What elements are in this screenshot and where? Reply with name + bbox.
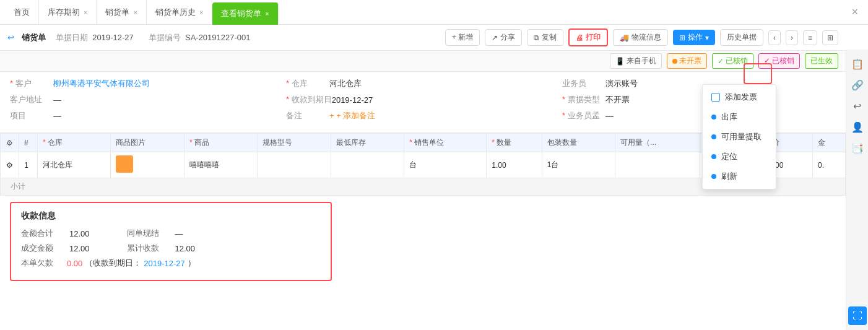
refresh-icon [711,174,716,179]
outbound-label: 出库 [721,111,737,123]
operate-label: 操作 [688,32,703,43]
tab-home[interactable]: 首页 [5,0,39,25]
tab-sales-history[interactable]: 销货单历史 × [147,0,212,25]
add-invoice-icon [711,93,720,102]
dropdown-item-locate[interactable]: 定位 [703,147,776,167]
row-product-img [111,152,184,178]
share-button[interactable]: ↗ 分享 [485,29,522,46]
global-close-button[interactable]: × [846,6,863,19]
biz-person-field: 业务员 演示账号 [562,78,838,89]
cumulative-item: 累计收款 12.00 [127,243,196,254]
row-min-stock [331,152,404,178]
tab-view-sales-label: 查看销货单 [221,8,261,19]
operate-button[interactable]: ⊞ 操作 ▾ [673,30,715,45]
row-unit: 台 [404,152,487,178]
tab-inventory-close[interactable]: × [84,9,87,16]
remark-add-button[interactable]: + + 添加备注 [329,110,375,121]
customer-field: 客户 柳州粤港平安气体有限公司 [10,78,286,89]
sidebar-icon-doc[interactable]: 📑 [848,139,867,157]
col-product: 商品 [184,134,257,152]
print-icon: 🖨 [576,33,583,42]
col-available: 可用量（... [615,134,700,152]
transaction-value: 12.00 [69,244,90,253]
new-button[interactable]: + 新增 [445,29,480,46]
available-qty-icon [711,134,716,139]
verified-label: 已核销 [726,56,748,66]
share-icon: ↗ [492,33,498,42]
sidebar-icon-link[interactable]: 🔗 [848,76,867,94]
tab-sales-close[interactable]: × [133,9,137,16]
print-label: 打印 [586,32,601,43]
tab-inventory[interactable]: 库存期初 × [39,0,97,25]
tab-sales-label: 销货单 [105,7,129,18]
due-date-value: 2019-12-27 [332,95,373,105]
dropdown-item-outbound[interactable]: 出库 [703,107,776,127]
owed-value: 0.00 [67,259,82,268]
logistics-button[interactable]: 🚚 物流信息 [613,29,668,46]
tab-view-sales[interactable]: 查看销货单 × [212,2,278,25]
tab-sales[interactable]: 销货单 × [97,0,146,25]
ticket-type-label: 票据类型 [562,94,605,105]
biz-person-value: 演示账号 [605,78,638,89]
customer-label: 客户 [10,78,53,89]
copy-button[interactable]: ⧉ 复制 [527,29,563,46]
unopened-button[interactable]: 未开票 [667,53,707,69]
date-field: 单据日期 2019-12-27 [56,32,134,43]
row-product: 嘻嘻嘻嘻 [184,152,257,178]
unopened-label: 未开票 [679,56,701,66]
sidebar-icon-return[interactable]: ↩ [848,97,867,115]
total-amount-value: 12.00 [69,229,90,238]
total-amount-item: 金额合计 12.00 [21,228,90,239]
due-date-label: 收款到期日 [286,94,332,105]
address-field: 客户地址 — [10,94,286,105]
tab-sales-history-close[interactable]: × [199,9,203,16]
cancelled-button[interactable]: ✓ 已核销 [758,53,800,69]
layout2-button[interactable]: ⊞ [822,30,838,45]
print-button[interactable]: 🖨 打印 [568,28,608,46]
col-model: 规格型号 [258,134,331,152]
main-area: 📋 🔗 ↩ 👤 📑 ⛶ ↩ 销货单 单据日期 2019-12-27 单据编号 S… [0,25,868,330]
same-bill-item: 同单现结 — [127,228,183,239]
num-label: 单据编号 [149,33,181,42]
product-image [116,155,133,173]
sidebar-icon-expand[interactable]: ⛶ [848,306,867,325]
total-amount-label: 金额合计 [21,228,64,239]
verified-button[interactable]: ✓ 已核销 [712,53,753,69]
customer-value[interactable]: 柳州粤港平安气体有限公司 [53,78,150,89]
tab-view-sales-close[interactable]: × [265,10,269,17]
dropdown-item-refresh[interactable]: 刷新 [703,167,776,186]
add-invoice-label: 添加发票 [725,92,757,103]
check-icon: ✓ [718,57,724,66]
address-label: 客户地址 [10,94,53,105]
address-value: — [53,95,61,105]
row-warehouse: 河北仓库 [38,152,111,178]
dropdown-item-available-qty[interactable]: 可用量提取 [703,127,776,147]
sidebar-icon-clipboard[interactable]: 📋 [848,54,867,73]
bottom-section: 收款信息 金额合计 12.00 同单现结 — 成交金额 12.00 [0,196,868,287]
effective-button[interactable]: 已生效 [805,53,838,69]
remark-field: 备注 + + 添加备注 [286,110,562,121]
next-button[interactable]: › [786,30,798,45]
owed-label: 本单欠款 [21,258,64,269]
col-qty: 数量 [487,134,542,152]
phone-button[interactable]: 📱 来自手机 [610,53,662,69]
history-button[interactable]: 历史单据 [720,29,763,46]
cancelled-label: ✓ 已核销 [764,56,794,66]
same-bill-value: — [175,229,183,238]
remark-label: 备注 [286,110,329,121]
layout1-button[interactable]: ≡ [803,30,817,45]
warehouse-field: 仓库 河北仓库 [286,78,562,89]
payment-row-2: 成交金额 12.00 累计收款 12.00 [21,243,321,254]
biz2-label: 业务员孟 [562,110,605,121]
sidebar-icon-person[interactable]: 👤 [848,118,867,136]
dropdown-item-add-invoice[interactable]: 添加发票 [703,87,776,107]
share-label: 分享 [500,32,515,43]
effective-label: 已生效 [810,56,833,66]
project-field: 项目 — [10,110,286,121]
warehouse-value: 河北仓库 [329,78,362,89]
prev-button[interactable]: ‹ [768,30,781,45]
ticket-type-value: 不开票 [605,94,630,105]
col-min-stock: 最低库存 [331,134,404,152]
row-gear[interactable]: ⚙ [1,152,19,178]
col-amount: 金 [813,134,846,152]
